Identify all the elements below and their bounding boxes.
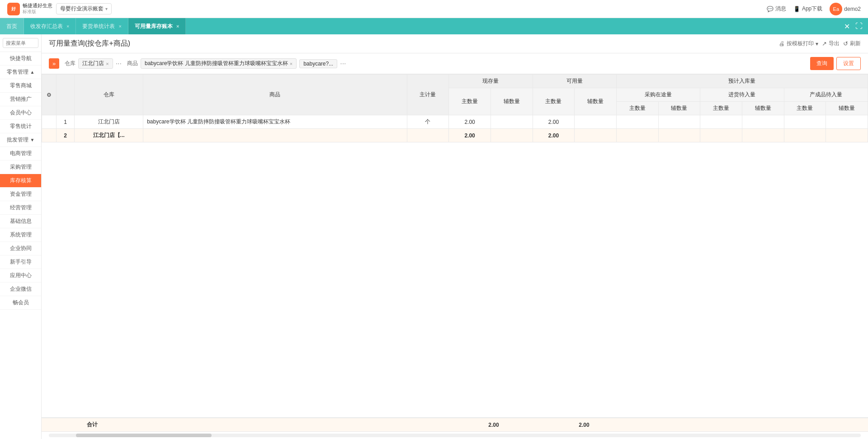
row1-prod-aux [826,115,868,129]
sidebar-item-purchase[interactable]: 采购管理 [0,160,41,174]
col-incoming-header: 预计入库量 [616,75,868,88]
refresh-btn[interactable]: ↺ 刷新 [843,40,861,47]
tab-home[interactable]: 首页 [0,18,24,34]
bottom-scrollbar[interactable] [42,431,868,439]
sidebar-item-ecom[interactable]: 电商管理 [0,147,41,160]
warehouse-more-icon[interactable]: ··· [116,60,122,68]
tab-expand-icon[interactable]: ⛶ [854,22,864,30]
sidebar-item-finance[interactable]: 资金管理 [0,188,41,201]
row1-product: babycare学饮杯 儿童防摔防撞吸管杯重力球吸嘴杯宝宝水杯 [143,115,407,129]
tab-order-close[interactable]: × [118,24,121,29]
app-download-btn[interactable]: 📱 App下载 [793,5,822,13]
content-area: 可用量查询(按仓库+商品) 🖨 按模板打印 ▾ ↗ 导出 ↺ 刷新 » [42,34,868,439]
table-row: 1 江北门店 babycare学饮杯 儿童防摔防撞吸管杯重力球吸嘴杯宝宝水杯 个… [42,115,868,129]
tab-income[interactable]: 收发存汇总表 × [24,18,76,34]
subtotal-unit [407,129,449,142]
chevron-down-icon-2: ▼ [30,137,35,142]
settings-button[interactable]: 设置 [836,57,861,70]
row1-stock-aux [491,115,533,129]
table-footer: 合计 2.00 2.00 [42,417,868,431]
subtotal-product [143,129,407,142]
warehouse-value: 江北门店 [82,60,104,67]
row1-stock-main: 2.00 [449,115,491,129]
tab-available-close[interactable]: × [176,24,179,29]
sidebar-item-vip[interactable]: 畅会员 [0,296,41,310]
tab-close-all-icon[interactable]: ✕ [842,22,852,31]
sidebar-item-wechat[interactable]: 企业微信 [0,283,41,296]
tab-available-label: 可用量库存账本 [135,23,173,30]
sidebar-item-inventory-label: 库存核算 [10,177,32,184]
row1-pur-main [616,115,658,129]
subtotal-stock-aux [491,129,533,142]
print-btn[interactable]: 🖨 按模板打印 ▾ [779,40,818,47]
row1-num: 1 [57,115,75,129]
row1-settings [42,115,57,129]
col-settings[interactable]: ⚙ [42,75,57,115]
logo-text-block: 畅捷通好生意 标准版 [23,3,52,15]
sidebar-item-stats[interactable]: 零售统计 [0,120,41,133]
col-stock-main-header: 主数量 [449,88,491,115]
sidebar-item-corp[interactable]: 企业协同 [0,242,41,255]
sidebar-item-marketing[interactable]: 营销推广 [0,93,41,106]
export-btn[interactable]: ↗ 导出 [822,40,840,47]
query-button[interactable]: 查询 [810,57,834,70]
sidebar-item-wholesale-label: 批发管理 [7,136,28,144]
sidebar-item-system[interactable]: 系统管理 [0,228,41,242]
sidebar-item-newuser[interactable]: 新手引导 [0,255,41,269]
filter-actions: 查询 设置 [810,57,861,70]
row1-pur-aux [658,115,700,129]
page-title: 可用量查询(按仓库+商品) [49,39,130,48]
tab-order[interactable]: 要货单统计表 × [76,18,128,34]
sidebar-item-newuser-label: 新手引导 [10,259,32,265]
scroll-thumb[interactable] [76,434,212,437]
sidebar-item-finance-label: 资金管理 [10,191,32,197]
col-avail-main-header: 主数量 [533,88,575,115]
subtotal-num: 2 [57,129,75,142]
industry-selector[interactable]: 母婴行业演示账套 ▾ [56,3,112,14]
print-label: 按模板打印 [787,40,814,47]
sidebar-item-inventory[interactable]: 库存核算 [0,174,41,188]
user-profile[interactable]: Ea demo2 [830,3,861,15]
search-input[interactable] [3,38,38,48]
warehouse-tag[interactable]: 江北门店 × [78,58,113,69]
sidebar-item-retail[interactable]: 零售管理 ▲ [0,66,41,79]
col-pur-aux-header: 辅数量 [658,102,700,115]
tab-income-close[interactable]: × [66,24,69,29]
export-icon: ↗ [822,40,827,47]
message-btn[interactable]: 💬 消息 [767,5,786,13]
sidebar-item-member[interactable]: 会员中心 [0,106,41,120]
subtotal-settings [42,129,57,142]
tab-home-label: 首页 [6,23,17,30]
refresh-label: 刷新 [850,40,861,47]
filter-expand-btn[interactable]: » [49,58,59,69]
subtotal-row: 2 江北门店【... 2.00 2.00 [42,129,868,142]
product-tag-2[interactable]: babycare?... [299,59,337,68]
footer-stock-main: 2.00 [467,422,521,428]
sidebar-item-ops[interactable]: 经营管理 [0,201,41,215]
sidebar-item-basic[interactable]: 基础信息 [0,215,41,228]
sidebar-item-apps-label: 应用中心 [10,272,32,279]
scroll-track[interactable] [49,434,861,437]
sidebar-item-marketing-label: 营销推广 [10,96,32,102]
warehouse-remove-icon[interactable]: × [106,61,108,66]
product-more-icon[interactable]: ··· [340,60,346,68]
col-prod-aux-header: 辅数量 [826,102,868,115]
col-product-header: 商品 [143,75,407,115]
print-dropdown-icon: ▾ [816,41,818,47]
col-warehouse-header: 仓库 [75,75,143,115]
row1-rec-aux [742,115,784,129]
subtotal-avail-aux [575,129,617,142]
tab-available[interactable]: 可用量库存账本 × [128,18,186,34]
logo-text: 畅捷通好生意 [23,3,52,9]
product-remove-icon[interactable]: × [290,61,292,66]
table-container[interactable]: ⚙ 仓库 商品 主计量 现存量 可用量 预计入库量 主数量 辅数量 主数量 辅数… [42,74,868,417]
sidebar-item-wholesale[interactable]: 批发管理 ▼ [0,133,41,147]
sidebar-item-apps[interactable]: 应用中心 [0,269,41,283]
sidebar-item-shop[interactable]: 零售商城 [0,79,41,93]
subtotal-prod-main [784,129,826,142]
subtotal-rec-main [700,129,742,142]
product-tag[interactable]: babycare学饮杯 儿童防摔防撞吸管杯重力球吸嘴杯宝宝水杯 × [141,58,297,69]
sidebar-item-nav[interactable]: 快捷导航 [0,52,41,66]
data-table: ⚙ 仓库 商品 主计量 现存量 可用量 预计入库量 主数量 辅数量 主数量 辅数… [42,74,868,142]
col-num [57,75,75,115]
